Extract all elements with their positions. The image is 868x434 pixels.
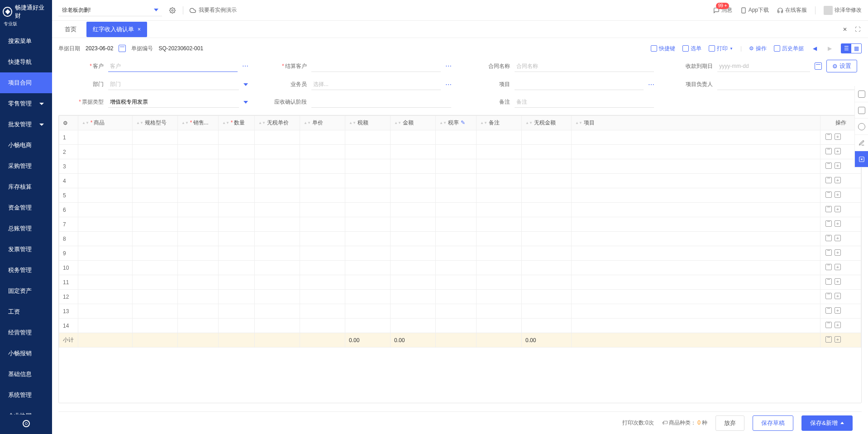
close-icon[interactable]: × <box>138 26 141 33</box>
sidebar-item[interactable]: 工资 <box>0 301 52 322</box>
sidebar-item[interactable]: 总账管理 <box>0 218 52 239</box>
tool-operate[interactable]: ⚙操作 <box>749 45 767 52</box>
delete-row-icon[interactable] <box>825 249 832 256</box>
settle-customer-input[interactable] <box>311 61 441 72</box>
col-project[interactable]: ▲▼项目 <box>572 116 820 130</box>
project-input[interactable] <box>515 79 644 90</box>
sidebar-item[interactable]: 资金管理 <box>0 197 52 218</box>
col-tax-amount[interactable]: ▲▼税额 <box>345 116 391 130</box>
col-qty[interactable]: ▲▼*数量 <box>219 116 255 130</box>
sidebar-item[interactable]: 快捷导航 <box>0 52 52 72</box>
org-selector[interactable]: 徐老板勿删! <box>58 5 162 16</box>
save-and-new-button[interactable]: 保存&新增 <box>801 415 853 431</box>
table-row[interactable]: 14 <box>59 319 861 333</box>
add-row-icon[interactable] <box>835 249 841 256</box>
tab-close-all-icon[interactable]: ✕ <box>841 25 849 33</box>
sidebar-settings[interactable] <box>0 415 52 434</box>
delete-row-icon[interactable] <box>825 322 832 328</box>
table-row[interactable]: 9 <box>59 246 861 261</box>
edit-icon[interactable]: ✎ <box>461 119 465 126</box>
tab-home[interactable]: 首页 <box>58 22 83 37</box>
tool-print[interactable]: 打印▼ <box>709 45 733 52</box>
col-product[interactable]: ▲▼*商品 <box>78 116 133 130</box>
rail-icon-2[interactable] <box>855 102 868 119</box>
add-row-icon[interactable] <box>835 322 841 328</box>
delete-row-icon[interactable] <box>825 148 832 154</box>
project-owner-input[interactable] <box>717 79 857 90</box>
table-row[interactable]: 6 <box>59 203 861 217</box>
due-date-input[interactable] <box>717 61 810 72</box>
sidebar-item[interactable]: 批发管理 <box>0 114 52 135</box>
delete-row-icon[interactable] <box>825 206 832 212</box>
delete-row-icon[interactable] <box>825 336 832 343</box>
sidebar-item[interactable]: 零售管理 <box>0 93 52 114</box>
table-row[interactable]: 2 <box>59 145 861 159</box>
calendar-icon[interactable] <box>119 45 126 52</box>
sidebar-item[interactable]: 系统管理 <box>0 385 52 405</box>
doc-date-value[interactable]: 2023-06-02 <box>86 45 113 52</box>
table-row[interactable]: 5 <box>59 188 861 203</box>
tool-history[interactable]: 历史单据 <box>774 45 804 52</box>
sidebar-item[interactable]: 经营管理 <box>0 322 52 343</box>
add-row-icon[interactable] <box>835 162 841 169</box>
add-row-icon[interactable] <box>835 177 841 183</box>
rail-icon-4[interactable] <box>855 135 868 151</box>
delete-row-icon[interactable] <box>825 177 832 183</box>
col-price[interactable]: ▲▼单价 <box>300 116 345 130</box>
department-input[interactable] <box>108 79 239 90</box>
lookup-icon[interactable]: ⋯ <box>445 81 451 88</box>
delete-row-icon[interactable] <box>825 220 832 227</box>
col-price-notax[interactable]: ▲▼无税单价 <box>255 116 300 130</box>
sidebar-item[interactable]: 搜索菜单 <box>0 31 52 52</box>
table-row[interactable]: 4 <box>59 174 861 188</box>
invoice-type-input[interactable] <box>108 96 239 108</box>
col-sale[interactable]: ▲▼*销售... <box>178 116 219 130</box>
add-row-icon[interactable] <box>835 134 841 140</box>
add-row-icon[interactable] <box>835 278 841 285</box>
add-row-icon[interactable] <box>835 148 841 154</box>
col-amount[interactable]: ▲▼金额 <box>391 116 436 130</box>
remark-input[interactable] <box>515 96 654 108</box>
table-row[interactable]: 3 <box>59 159 861 174</box>
table-row[interactable]: 12 <box>59 290 861 304</box>
col-remark[interactable]: ▲▼备注 <box>477 116 522 130</box>
contract-name-input[interactable] <box>515 61 654 72</box>
sidebar-item[interactable]: 项目合同 <box>0 72 52 93</box>
messages-button[interactable]: 消息 99 + <box>713 6 732 14</box>
table-row[interactable]: 8 <box>59 232 861 246</box>
customer-input[interactable] <box>108 61 238 72</box>
table-row[interactable]: 1 <box>59 130 861 145</box>
table-settings-header[interactable]: ⚙ <box>59 116 78 130</box>
table-row[interactable]: 10 <box>59 261 861 275</box>
demo-link[interactable]: 我要看实例演示 <box>190 6 237 14</box>
chevron-down-icon[interactable] <box>243 101 248 104</box>
app-download-button[interactable]: App下载 <box>740 6 769 14</box>
chevron-down-icon[interactable] <box>243 83 248 86</box>
delete-row-icon[interactable] <box>825 235 832 241</box>
col-spec[interactable]: ▲▼规格型号 <box>133 116 178 130</box>
table-row[interactable]: 7 <box>59 217 861 232</box>
add-row-icon[interactable] <box>835 264 841 270</box>
delete-row-icon[interactable] <box>825 293 832 299</box>
lookup-icon[interactable]: ⋯ <box>445 62 451 70</box>
col-tax-rate[interactable]: ▲▼税率✎ <box>436 116 477 130</box>
view-grid-icon[interactable]: ▦ <box>851 44 861 53</box>
save-draft-button[interactable]: 保存草稿 <box>753 415 793 431</box>
add-row-icon[interactable] <box>835 220 841 227</box>
add-row-icon[interactable] <box>835 307 841 314</box>
sidebar-item[interactable]: 基础信息 <box>0 364 52 385</box>
add-row-icon[interactable] <box>835 336 841 343</box>
table-row[interactable]: 13 <box>59 304 861 319</box>
next-doc-icon[interactable]: ▶ <box>826 45 834 52</box>
sidebar-item[interactable]: 小畅电商 <box>0 135 52 156</box>
delete-row-icon[interactable] <box>825 278 832 285</box>
table-row[interactable]: 11 <box>59 275 861 290</box>
rail-icon-3[interactable] <box>855 119 868 135</box>
org-settings-icon[interactable] <box>168 6 176 14</box>
tool-shortcut[interactable]: 快捷键 <box>651 45 675 52</box>
delete-row-icon[interactable] <box>825 307 832 314</box>
sidebar-item[interactable]: 库存核算 <box>0 176 52 197</box>
delete-row-icon[interactable] <box>825 264 832 270</box>
rail-icon-5[interactable] <box>855 151 868 167</box>
prev-doc-icon[interactable]: ◀ <box>811 45 819 52</box>
